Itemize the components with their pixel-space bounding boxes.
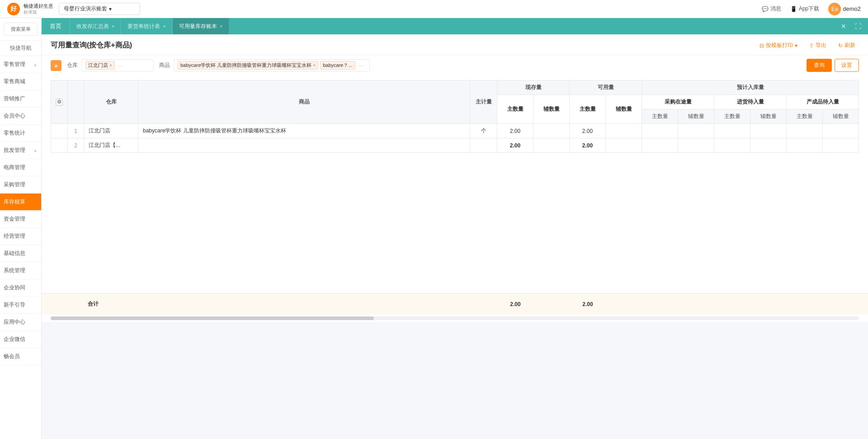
- sidebar-item-ecommerce[interactable]: 电商管理: [0, 159, 41, 176]
- logo-area: 好 畅捷通好生意 标准版: [7, 3, 53, 15]
- print-button[interactable]: ⊟ 按模板打印 ▾: [756, 40, 801, 51]
- table-row: 2 江北门店【... 2.00 2.00: [51, 138, 859, 153]
- industry-selector[interactable]: 母婴行业演示账套 ▾: [59, 3, 140, 15]
- settings-icon[interactable]: ⚙: [56, 99, 63, 106]
- sidebar-item-wechat[interactable]: 企业微信: [0, 331, 41, 348]
- refresh-button[interactable]: ↻ 刷新: [835, 40, 859, 51]
- tab-home[interactable]: 首页: [42, 18, 70, 34]
- sidebar-item-retail-stats[interactable]: 零售统计: [0, 125, 41, 142]
- total-num: [67, 297, 83, 311]
- message-button[interactable]: 💬 消息: [762, 5, 781, 13]
- logo-text: 畅捷通好生意 标准版: [24, 3, 53, 15]
- row2-avail-aux: [606, 138, 642, 153]
- scrollbar-track[interactable]: [51, 316, 859, 320]
- row1-check: [51, 124, 68, 138]
- sidebar-item-operations[interactable]: 经营管理: [0, 228, 41, 245]
- table-section: ⚙ 仓库 商品 主计量 现存量 可用量 预计入库量: [42, 76, 868, 157]
- sidebar-item-member2[interactable]: 畅会员: [0, 348, 41, 365]
- row2-avail-main: 2.00: [570, 138, 606, 153]
- row1-product-main: [787, 124, 823, 138]
- total-inbound-main: [714, 297, 750, 311]
- tab-receipts-summary[interactable]: 收发存汇总表 ×: [70, 18, 121, 34]
- total-unit: [470, 297, 497, 311]
- page-header-actions: ⊟ 按模板打印 ▾ ⇧ 导出 ↻ 刷新: [756, 40, 859, 51]
- goods-filter-input[interactable]: babycare学饮杯 儿童防摔防撞吸管杯重力球吸嘴杯宝宝水杯 × babyca…: [174, 59, 370, 71]
- tab-bar: 首页 收发存汇总表 × 要货单统计表 × 可用量库存账本 × ✕ ⛶: [42, 18, 868, 34]
- sidebar-item-marketing[interactable]: 营销推广: [0, 90, 41, 108]
- user-menu[interactable]: Ea demo2: [828, 3, 861, 15]
- sidebar-item-finance[interactable]: 资金管理: [0, 211, 41, 228]
- warehouse-tag[interactable]: 江北门店 ×: [85, 61, 115, 70]
- th-product-sub: 产成品待入量: [787, 95, 859, 109]
- total-label: 合计: [83, 297, 137, 311]
- search-menu-button[interactable]: 搜索菜单: [4, 23, 38, 36]
- sidebar-item-app-center[interactable]: 应用中心: [0, 314, 41, 331]
- row1-warehouse: 江北门店: [84, 124, 138, 138]
- total-stock-aux: [533, 297, 570, 311]
- th-inbound-sub: 进货待入量: [714, 95, 787, 109]
- content-spacer: [42, 157, 868, 293]
- warehouse-tag-close[interactable]: ×: [109, 63, 112, 68]
- sidebar-item-purchase[interactable]: 采购管理: [0, 176, 41, 194]
- sidebar-item-retail-mgmt[interactable]: 零售管理 ▲: [0, 56, 41, 73]
- th-settings[interactable]: ⚙: [51, 80, 68, 124]
- export-button[interactable]: ⇧ 导出: [806, 40, 830, 51]
- filter-more-icon[interactable]: ···: [117, 62, 126, 69]
- row1-purchase-aux: [678, 124, 714, 138]
- top-bar: 好 畅捷通好生意 标准版 母婴行业演示账套 ▾ 💬 消息 📱 App下载 Ea …: [0, 0, 868, 18]
- sidebar-search-area: 搜索菜单: [0, 18, 41, 41]
- tab-fullscreen-button[interactable]: ⛶: [852, 20, 864, 33]
- warehouse-filter-input[interactable]: 江北门店 × ···: [81, 59, 154, 71]
- scrollbar-thumb[interactable]: [51, 316, 374, 320]
- print-chevron-icon: ▾: [795, 42, 797, 49]
- sidebar-item-retail-mall[interactable]: 零售商城: [0, 73, 41, 90]
- th-product-main: 主数量: [787, 109, 823, 124]
- tab-close-icon[interactable]: ×: [112, 24, 114, 29]
- tab-close-icon-3[interactable]: ×: [220, 24, 222, 29]
- page-footer: 合计 2.00 2.00: [42, 293, 868, 315]
- goods-filter-more-icon[interactable]: ···: [357, 62, 366, 69]
- filter-expand-button[interactable]: »: [51, 60, 61, 71]
- sidebar-item-basic-info[interactable]: 基础信息: [0, 245, 41, 262]
- total-stock-main: 2.00: [497, 297, 533, 311]
- row2-inbound-main: [714, 138, 750, 153]
- export-icon: ⇧: [809, 42, 814, 49]
- th-purchase-sub: 采购在途量: [642, 95, 714, 109]
- chevron-down-icon: ▾: [109, 6, 112, 12]
- row2-stock-main: 2.00: [497, 138, 533, 153]
- sidebar: 搜索菜单 快捷导航 零售管理 ▲ 零售商城 营销推广 会员中心 零售统计 批发管…: [0, 18, 42, 439]
- tab-close-icon-2[interactable]: ×: [163, 24, 165, 29]
- quick-nav-link[interactable]: 快捷导航: [4, 44, 38, 52]
- total-check: [51, 297, 67, 311]
- tab-available-inventory[interactable]: 可用量库存账本 ×: [173, 18, 229, 34]
- goods-tag-1-close[interactable]: ×: [313, 63, 316, 68]
- row2-unit: [470, 138, 497, 153]
- th-avail-aux: 辅数量: [606, 95, 642, 124]
- sidebar-item-newbie[interactable]: 新手引导: [0, 297, 41, 314]
- data-table: ⚙ 仓库 商品 主计量 现存量 可用量 预计入库量: [51, 80, 859, 153]
- row1-inbound-main: [714, 124, 750, 138]
- app-download-button[interactable]: 📱 App下载: [790, 5, 819, 13]
- row2-stock-aux: [533, 138, 570, 153]
- tab-bar-actions: ✕ ⛶: [837, 20, 868, 33]
- sidebar-item-wholesale[interactable]: 批发管理 ▲: [0, 142, 41, 159]
- th-purchase-main: 主数量: [642, 109, 678, 124]
- total-product-main: [787, 297, 823, 311]
- goods-tag-2[interactable]: babycare？...: [320, 61, 355, 70]
- goods-tag-1[interactable]: babycare学饮杯 儿童防摔防撞吸管杯重力球吸嘴杯宝宝水杯 ×: [178, 61, 318, 70]
- quick-nav-area[interactable]: 快捷导航: [0, 41, 41, 56]
- chevron-icon: ▲: [33, 62, 38, 67]
- setting-button[interactable]: 设置: [835, 59, 859, 72]
- row2-inbound-aux: [750, 138, 787, 153]
- page-title: 可用量查询(按仓库+商品): [51, 41, 132, 50]
- sidebar-item-enterprise[interactable]: 企业协同: [0, 279, 41, 297]
- tab-order-stats[interactable]: 要货单统计表 ×: [121, 18, 172, 34]
- sidebar-item-inventory[interactable]: 库存核算: [0, 194, 41, 211]
- sidebar-item-system[interactable]: 系统管理: [0, 262, 41, 279]
- query-button[interactable]: 查询: [807, 59, 832, 72]
- tab-close-all-button[interactable]: ✕: [837, 20, 850, 33]
- total-row: 合计 2.00 2.00: [51, 297, 859, 311]
- row1-inbound-aux: [750, 124, 787, 138]
- main-wrapper: 搜索菜单 快捷导航 零售管理 ▲ 零售商城 营销推广 会员中心 零售统计 批发管…: [0, 18, 868, 439]
- sidebar-item-member[interactable]: 会员中心: [0, 108, 41, 125]
